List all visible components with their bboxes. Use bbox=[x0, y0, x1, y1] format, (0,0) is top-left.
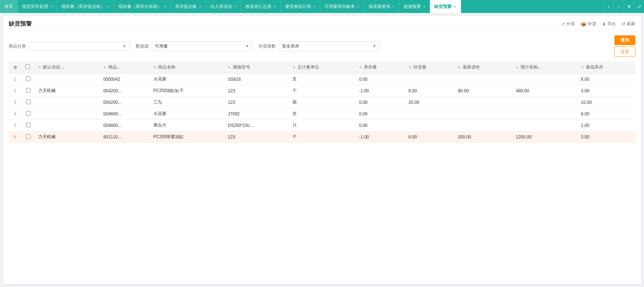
row-checkbox[interactable] bbox=[26, 134, 31, 139]
col-stock[interactable]: ⇅ 库存量 bbox=[356, 61, 405, 74]
tab-close-summary[interactable]: × bbox=[274, 4, 276, 9]
datasource-value: 可用量 bbox=[155, 43, 168, 49]
table-body: 1 0000042 火花塞 SS816 支 0.00 8.00 2 力天机械 0… bbox=[9, 74, 635, 143]
row-min-stock: 3.00 bbox=[577, 131, 635, 143]
row-stock: 0.00 bbox=[356, 120, 405, 131]
row-product-name: PC200张紧油缸 bbox=[150, 131, 225, 143]
col-min-stock[interactable]: ⇅ 最低库存 bbox=[577, 61, 635, 74]
row-estimated-purchase bbox=[512, 108, 577, 120]
row-number: 3 bbox=[9, 97, 22, 108]
tab-shortage[interactable]: 缺货预警 × bbox=[430, 0, 461, 13]
tab-close-available-stock[interactable]: × bbox=[357, 4, 359, 9]
tab-next-button[interactable]: › bbox=[614, 0, 624, 13]
row-spec: J7092 bbox=[224, 108, 289, 120]
row-checkbox-cell bbox=[22, 131, 35, 143]
filter-bar: 商品分类 ▼ 数据源 可用量 ▼ 补货基数 安全库存 ▼ 查询 设置 bbox=[3, 31, 641, 61]
tab-close-shelf-life[interactable]: × bbox=[392, 4, 395, 9]
tab-maximize-button[interactable]: ⤢ bbox=[634, 0, 644, 13]
tab-summary[interactable]: 收发存汇总表 × bbox=[241, 0, 280, 13]
col-replenish[interactable]: ⇅ 补货量 bbox=[405, 61, 454, 74]
row-product-code: 004200... bbox=[100, 85, 149, 97]
replenish-button[interactable]: 📦 补货 bbox=[581, 21, 596, 27]
row-number: 1 bbox=[9, 74, 22, 85]
tab-inout-flow[interactable]: 出入库流水 × bbox=[206, 0, 241, 13]
row-supplier bbox=[35, 74, 100, 85]
tab-inventory-status[interactable]: 现存量（库存状况表） × bbox=[57, 0, 114, 13]
col-spec[interactable]: ⇅ 规格型号 bbox=[224, 61, 289, 74]
select-all-checkbox[interactable] bbox=[25, 65, 30, 69]
share-button[interactable]: ↗ 分享 bbox=[561, 21, 575, 27]
tab-overstock[interactable]: 超储预警 × bbox=[399, 0, 430, 13]
settings-button[interactable]: 设置 bbox=[614, 47, 635, 57]
page-title: 缺货预警 bbox=[9, 20, 32, 28]
row-product-code: 004800... bbox=[100, 120, 149, 131]
tab-close-batch-account[interactable]: × bbox=[199, 4, 201, 9]
row-checkbox[interactable] bbox=[26, 111, 31, 116]
replenish-base-filter-group: 补货基数 安全库存 ▼ bbox=[258, 41, 380, 51]
table-container: ⚙ ⇅ 默认供应... ⇅ 商品... ⇅ bbox=[3, 61, 641, 149]
tab-batch-account[interactable]: 库存批次账 × bbox=[171, 0, 206, 13]
tab-close-requisition[interactable]: × bbox=[313, 4, 316, 9]
col-latest-price[interactable]: ⇅ 最新进价 bbox=[454, 61, 512, 74]
tab-nav-buttons: ‹ › ✕ ⤢ bbox=[604, 0, 644, 13]
col-estimated-purchase[interactable]: ⇅ 预计采购... bbox=[512, 61, 577, 74]
row-number: 4 bbox=[9, 108, 22, 120]
row-unit: 支 bbox=[289, 74, 355, 85]
datasource-dropdown-icon: ▼ bbox=[245, 44, 249, 49]
row-number: 6 bbox=[9, 131, 22, 143]
tab-picking-exception[interactable]: 拣货异常处理 × bbox=[18, 0, 57, 13]
replenish-base-value: 安全库存 bbox=[282, 43, 299, 49]
col-product-code[interactable]: ⇅ 商品... bbox=[100, 61, 149, 74]
replenish-icon: 📦 bbox=[581, 22, 586, 27]
row-estimated-purchase bbox=[512, 120, 577, 131]
row-product-name: 火花塞 bbox=[150, 108, 225, 120]
tab-available-stock[interactable]: 可用量库存账本 × bbox=[320, 0, 364, 13]
export-icon: ⬇ bbox=[602, 22, 606, 27]
row-checkbox[interactable] bbox=[26, 88, 31, 93]
tab-bar: 首页 拣货异常处理 × 现存量（库存状况表） × 现存量（库存分布表） × 库存… bbox=[0, 0, 644, 13]
export-button[interactable]: ⬇ 导出 bbox=[602, 21, 616, 27]
row-checkbox-cell bbox=[22, 120, 35, 131]
sort-product-code-icon: ⇅ bbox=[103, 65, 106, 69]
tab-close-inventory-status[interactable]: × bbox=[107, 4, 109, 9]
row-stock: 0.00 bbox=[356, 108, 405, 120]
tab-home[interactable]: 首页 bbox=[0, 0, 18, 13]
replenish-base-select[interactable]: 安全库存 ▼ bbox=[279, 41, 380, 51]
tab-shelf-life[interactable]: 保质期查询 × bbox=[364, 0, 399, 13]
col-unit[interactable]: ⇅ 主计量单位 bbox=[289, 61, 355, 74]
row-checkbox[interactable] bbox=[26, 100, 31, 104]
tab-prev-button[interactable]: ‹ bbox=[604, 0, 614, 13]
tab-close-inout-flow[interactable]: × bbox=[234, 4, 236, 9]
datasource-select[interactable]: 可用量 ▼ bbox=[152, 41, 253, 51]
row-product-code: 801110... bbox=[100, 131, 149, 143]
row-number: 5 bbox=[9, 120, 22, 131]
row-spec: 123 bbox=[224, 97, 289, 108]
tab-close-overstock[interactable]: × bbox=[423, 4, 425, 9]
category-label: 商品分类 bbox=[9, 43, 26, 49]
tab-close-picking-exception[interactable]: × bbox=[50, 4, 52, 9]
row-replenish: 6.00 bbox=[405, 85, 454, 97]
col-supplier[interactable]: ⇅ 默认供应... bbox=[35, 61, 100, 74]
tab-inventory-distribution[interactable]: 现存量（库存分布表） × bbox=[114, 0, 171, 13]
replenish-base-dropdown-icon: ▼ bbox=[372, 44, 377, 49]
row-checkbox[interactable] bbox=[26, 76, 31, 81]
tab-requisition[interactable]: 要货单统计表 × bbox=[281, 0, 320, 13]
sort-supplier-icon: ⇅ bbox=[38, 65, 41, 69]
row-latest-price: 200.00 bbox=[454, 131, 512, 143]
row-stock: 0.00 bbox=[356, 74, 405, 85]
sort-stock-icon: ⇅ bbox=[359, 65, 362, 69]
refresh-button[interactable]: ↺ 刷新 bbox=[622, 21, 635, 27]
category-select[interactable]: ▼ bbox=[29, 42, 130, 50]
replenish-base-label: 补货基数 bbox=[258, 43, 276, 49]
tab-close-button[interactable]: ✕ bbox=[624, 0, 634, 13]
col-product-name[interactable]: ⇅ 商品名称 bbox=[150, 61, 225, 74]
tab-close-shortage[interactable]: × bbox=[454, 4, 456, 9]
tab-close-inventory-distribution[interactable]: × bbox=[164, 4, 166, 9]
row-unit: 只 bbox=[289, 120, 355, 131]
query-button[interactable]: 查询 bbox=[614, 35, 635, 45]
datasource-filter-group: 数据源 可用量 ▼ bbox=[136, 41, 253, 51]
row-checkbox[interactable] bbox=[26, 123, 31, 127]
sort-unit-icon: ⇅ bbox=[292, 65, 295, 69]
col-settings[interactable]: ⚙ bbox=[9, 61, 22, 74]
row-stock: 0.00 bbox=[356, 97, 405, 108]
